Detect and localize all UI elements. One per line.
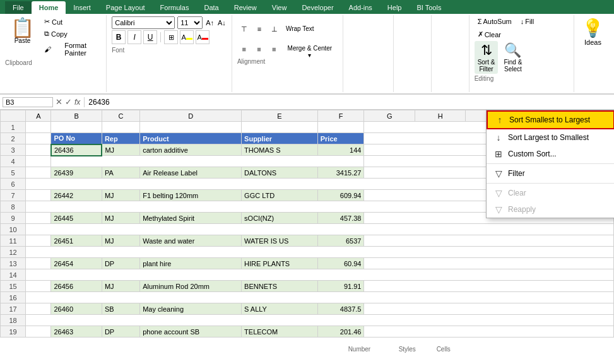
cell-c3[interactable]: MJ: [102, 144, 139, 156]
border-button[interactable]: ⊞: [164, 30, 178, 44]
cell-c7[interactable]: MJ: [102, 190, 139, 201]
formula-input[interactable]: [88, 98, 611, 107]
cell-a1[interactable]: [26, 122, 51, 133]
tab-formulas[interactable]: Formulas: [153, 1, 197, 14]
row-header-7[interactable]: 7: [1, 190, 26, 201]
cell-a4[interactable]: [26, 156, 51, 167]
cell-e9[interactable]: sOCI(NZ): [242, 213, 318, 224]
cell-f19[interactable]: 201.46: [317, 326, 364, 338]
cell-c5[interactable]: PA: [102, 167, 139, 179]
cell-b1[interactable]: [51, 122, 102, 133]
custom-sort-item[interactable]: ⊞ Custom Sort...: [487, 146, 614, 162]
cell-c15[interactable]: MJ: [102, 281, 139, 292]
cell-d13[interactable]: plant hire: [140, 258, 242, 269]
cell-e19[interactable]: TELECOM: [242, 326, 318, 338]
cell-d1[interactable]: [140, 122, 242, 133]
col-header-f[interactable]: F: [317, 110, 364, 122]
tab-insert[interactable]: Insert: [66, 1, 98, 14]
cell-e7[interactable]: GGC LTD: [242, 190, 318, 201]
cell-e17[interactable]: S ALLY: [242, 303, 318, 315]
reapply-item[interactable]: ▽ Reapply: [487, 201, 614, 218]
tab-review[interactable]: Review: [227, 1, 264, 14]
cell-e2[interactable]: Supplier: [242, 133, 318, 144]
row-header-2[interactable]: 2: [1, 133, 26, 144]
col-header-b[interactable]: B: [51, 110, 102, 122]
cell-d15[interactable]: Aluminum Rod 20mm: [140, 281, 242, 292]
ideas-button[interactable]: Ideas: [584, 38, 601, 46]
col-header-d[interactable]: D: [140, 110, 242, 122]
col-header-h[interactable]: H: [415, 110, 465, 122]
cell-b3[interactable]: 26436: [51, 144, 102, 156]
row-header-1[interactable]: 1: [1, 122, 26, 133]
cell-f11[interactable]: 6537: [317, 235, 364, 247]
tab-page-layout[interactable]: Page Layout: [98, 1, 153, 14]
cell-d11[interactable]: Waste and water: [140, 235, 242, 247]
cell-f13[interactable]: 60.94: [317, 258, 364, 269]
cell-d5[interactable]: Air Release Label: [140, 167, 242, 179]
row-header-3[interactable]: 3: [1, 144, 26, 156]
row-header-6[interactable]: 6: [1, 179, 26, 190]
cell-b9[interactable]: 26445: [51, 213, 102, 224]
name-box[interactable]: [3, 97, 53, 107]
formula-cancel-button[interactable]: ✕: [56, 97, 62, 107]
col-header-g[interactable]: G: [364, 110, 415, 122]
font-decrease-button[interactable]: A↓: [217, 18, 227, 27]
cell-e1[interactable]: [242, 122, 318, 133]
bold-button[interactable]: B: [112, 30, 126, 44]
cell-e15[interactable]: BENNETS: [242, 281, 318, 292]
cell-a11[interactable]: [26, 235, 51, 247]
cell-c2[interactable]: Rep: [102, 133, 139, 144]
col-header-e[interactable]: E: [242, 110, 318, 122]
cell-d3[interactable]: carton additive: [140, 144, 242, 156]
col-header-a[interactable]: A: [26, 110, 51, 122]
font-name-select[interactable]: Calibri: [112, 16, 175, 29]
row-header-9[interactable]: 9: [1, 213, 26, 224]
cell-a9[interactable]: [26, 213, 51, 224]
cell-c11[interactable]: MJ: [102, 235, 139, 247]
tab-file[interactable]: File: [5, 1, 32, 14]
cell-c13[interactable]: DP: [102, 258, 139, 269]
fill-color-button[interactable]: A: [180, 30, 194, 44]
tab-addins[interactable]: Add-ins: [341, 1, 380, 14]
cell-f7[interactable]: 609.94: [317, 190, 364, 201]
cell-d19[interactable]: phone account SB: [140, 326, 242, 338]
cell-a3[interactable]: [26, 144, 51, 156]
cell-d7[interactable]: F1 belting 120mm: [140, 190, 242, 201]
cell-b13[interactable]: 26454: [51, 258, 102, 269]
cell-f2[interactable]: Price: [317, 133, 364, 144]
align-left-button[interactable]: ≡: [237, 43, 251, 56]
cell-c1[interactable]: [102, 122, 139, 133]
align-top-button[interactable]: ⊤: [237, 23, 251, 35]
sort-filter-button[interactable]: ⇅ Sort &Filter: [475, 41, 499, 74]
col-header-c[interactable]: C: [102, 110, 139, 122]
cell-b11[interactable]: 26451: [51, 235, 102, 247]
align-right-button[interactable]: ≡: [267, 43, 281, 56]
cell-c19[interactable]: DP: [102, 326, 139, 338]
sort-asc-item[interactable]: ↑ Sort Smallest to Largest: [487, 110, 614, 129]
cell-b7[interactable]: 26442: [51, 190, 102, 201]
paste-button[interactable]: 📋 Paste: [5, 16, 40, 58]
tab-bitools[interactable]: BI Tools: [409, 1, 449, 14]
formula-accept-button[interactable]: ✓: [65, 97, 72, 107]
wrap-text-button[interactable]: Wrap Text: [283, 16, 317, 42]
cell-e5[interactable]: DALTONS: [242, 167, 318, 179]
filter-item[interactable]: ▽ Filter: [487, 165, 614, 182]
row-header-17[interactable]: 17: [1, 303, 26, 315]
underline-button[interactable]: U: [143, 30, 157, 44]
row-header-16[interactable]: 16: [1, 292, 26, 303]
row-header-18[interactable]: 18: [1, 315, 26, 326]
cell-f15[interactable]: 91.91: [317, 281, 364, 292]
cell-f3[interactable]: 144: [317, 144, 364, 156]
cell-b15[interactable]: 26456: [51, 281, 102, 292]
cell-a7[interactable]: [26, 190, 51, 201]
cell-b5[interactable]: 26439: [51, 167, 102, 179]
cell-f5[interactable]: 3415.27: [317, 167, 364, 179]
merge-center-button[interactable]: Merge & Center ▾: [282, 43, 337, 56]
cell-a19[interactable]: [26, 326, 51, 338]
cut-button[interactable]: ✂ Cut: [41, 16, 101, 27]
cell-a17[interactable]: [26, 303, 51, 315]
font-color-button[interactable]: A: [196, 30, 210, 44]
autosum-button[interactable]: Σ AutoSum: [475, 16, 515, 26]
clear-item[interactable]: ▽ Clear: [487, 185, 614, 201]
cell-f17[interactable]: 4837.5: [317, 303, 364, 315]
